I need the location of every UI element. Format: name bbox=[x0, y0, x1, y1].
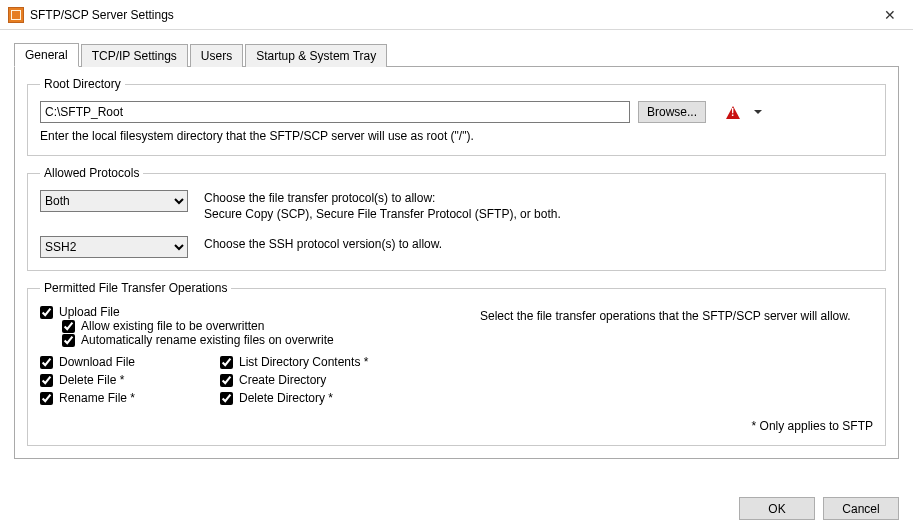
checkbox-allow-overwrite[interactable]: Allow existing file to be overwritten bbox=[62, 319, 480, 333]
tab-general[interactable]: General bbox=[14, 43, 79, 67]
checkbox-input[interactable] bbox=[40, 356, 53, 369]
button-label: Browse... bbox=[647, 105, 697, 119]
tab-label: Startup & System Tray bbox=[256, 49, 376, 63]
ok-button[interactable]: OK bbox=[739, 497, 815, 520]
button-label: OK bbox=[768, 502, 785, 516]
checkbox-input[interactable] bbox=[220, 374, 233, 387]
checkbox-label: Allow existing file to be overwritten bbox=[81, 319, 264, 333]
checkbox-input[interactable] bbox=[40, 392, 53, 405]
root-directory-input[interactable] bbox=[40, 101, 630, 123]
checkbox-label: Automatically rename existing files on o… bbox=[81, 333, 334, 347]
tab-label: General bbox=[25, 48, 68, 62]
warning-icon bbox=[726, 106, 740, 119]
checkbox-input[interactable] bbox=[62, 320, 75, 333]
group-root-directory: Root Directory Browse... Enter the local… bbox=[27, 77, 886, 156]
checkbox-label: Upload File bbox=[59, 305, 120, 319]
checkbox-input[interactable] bbox=[220, 356, 233, 369]
checkbox-input[interactable] bbox=[62, 334, 75, 347]
checkbox-delete-directory[interactable]: Delete Directory * bbox=[220, 391, 440, 405]
titlebar: SFTP/SCP Server Settings ✕ bbox=[0, 0, 913, 30]
group-allowed-protocols: Allowed Protocols Both Choose the file t… bbox=[27, 166, 886, 271]
checkbox-label: Create Directory bbox=[239, 373, 326, 387]
close-icon: ✕ bbox=[884, 7, 896, 23]
close-button[interactable]: ✕ bbox=[867, 0, 913, 30]
checkbox-auto-rename[interactable]: Automatically rename existing files on o… bbox=[62, 333, 480, 347]
checkbox-rename-file[interactable]: Rename File * bbox=[40, 391, 220, 405]
group-legend: Permitted File Transfer Operations bbox=[40, 281, 231, 295]
transfer-protocol-select[interactable]: Both bbox=[40, 190, 188, 212]
cancel-button[interactable]: Cancel bbox=[823, 497, 899, 520]
checkbox-input[interactable] bbox=[40, 374, 53, 387]
checkbox-list-directory[interactable]: List Directory Contents * bbox=[220, 355, 440, 369]
window-title: SFTP/SCP Server Settings bbox=[30, 8, 174, 22]
checkbox-delete-file[interactable]: Delete File * bbox=[40, 373, 220, 387]
browse-button[interactable]: Browse... bbox=[638, 101, 706, 123]
tab-panel-general: Root Directory Browse... Enter the local… bbox=[14, 66, 899, 459]
desc-line: Secure Copy (SCP), Secure File Transfer … bbox=[204, 206, 561, 222]
checkbox-label: Delete Directory * bbox=[239, 391, 333, 405]
checkbox-label: Delete File * bbox=[59, 373, 124, 387]
tab-tcpip[interactable]: TCP/IP Settings bbox=[81, 44, 188, 67]
checkbox-label: Download File bbox=[59, 355, 135, 369]
checkbox-input[interactable] bbox=[40, 306, 53, 319]
tab-label: Users bbox=[201, 49, 232, 63]
checkbox-label: Rename File * bbox=[59, 391, 135, 405]
checkbox-input[interactable] bbox=[220, 392, 233, 405]
desc-line: Choose the file transfer protocol(s) to … bbox=[204, 190, 561, 206]
warning-dropdown[interactable] bbox=[754, 110, 762, 114]
ssh-version-desc: Choose the SSH protocol version(s) to al… bbox=[204, 236, 442, 252]
group-permitted-operations: Permitted File Transfer Operations Uploa… bbox=[27, 281, 886, 446]
tab-users[interactable]: Users bbox=[190, 44, 243, 67]
button-label: Cancel bbox=[842, 502, 879, 516]
app-icon bbox=[8, 7, 24, 23]
tab-label: TCP/IP Settings bbox=[92, 49, 177, 63]
checkbox-label: List Directory Contents * bbox=[239, 355, 368, 369]
checkbox-download-file[interactable]: Download File bbox=[40, 355, 220, 369]
checkbox-upload-file[interactable]: Upload File bbox=[40, 305, 480, 319]
root-directory-hint: Enter the local filesystem directory tha… bbox=[40, 129, 873, 143]
checkbox-create-directory[interactable]: Create Directory bbox=[220, 373, 440, 387]
dialog-footer: OK Cancel bbox=[739, 497, 899, 520]
group-legend: Allowed Protocols bbox=[40, 166, 143, 180]
tab-strip: General TCP/IP Settings Users Startup & … bbox=[14, 42, 899, 66]
operations-description: Select the file transfer operations that… bbox=[480, 305, 873, 405]
group-legend: Root Directory bbox=[40, 77, 125, 91]
sftp-only-note: * Only applies to SFTP bbox=[40, 419, 873, 433]
tab-startup[interactable]: Startup & System Tray bbox=[245, 44, 387, 67]
transfer-protocol-desc: Choose the file transfer protocol(s) to … bbox=[204, 190, 561, 222]
ssh-version-select[interactable]: SSH2 bbox=[40, 236, 188, 258]
